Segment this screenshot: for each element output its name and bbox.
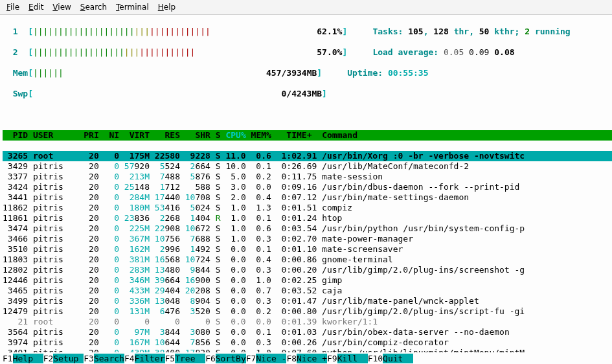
mem-meter: Mem[|||||| 457/3934MB] Uptime: 00:55:35 xyxy=(3,68,612,78)
process-row[interactable]: 3265 root 20 0 175M 22580 9228 S 11.0 0.… xyxy=(3,151,612,161)
process-row[interactable]: 11862 pitris 20 0 180M 53416 5024 S 1.0 … xyxy=(3,203,612,213)
menu-edit[interactable]: Edit xyxy=(25,1,47,13)
process-row[interactable]: 3465 pitris 20 0 433M 29404 20208 S 0.0 … xyxy=(3,286,612,296)
process-list[interactable]: 3265 root 20 0 175M 22580 9228 S 11.0 0.… xyxy=(3,151,612,364)
cpu2-meter: 2 [|||||||||||||||||||||||||||||||| 57.0… xyxy=(3,47,612,58)
process-row[interactable]: 3510 pitris 20 0 162M 2996 1492 S 0.0 0.… xyxy=(3,244,612,255)
process-row[interactable]: 11803 pitris 20 0 381M 16568 10724 S 0.0… xyxy=(3,255,612,265)
process-row[interactable]: 12479 pitris 20 0 131M 6476 3520 S 0.0 0… xyxy=(3,306,612,317)
process-row[interactable]: 3424 pitris 20 0 25148 1712 588 S 3.0 0.… xyxy=(3,182,612,192)
process-row[interactable]: 3441 pitris 20 0 284M 17440 10708 S 2.0 … xyxy=(3,192,612,203)
window-menubar[interactable]: File Edit View Search Terminal Help xyxy=(0,0,612,15)
process-row[interactable]: 3974 pitris 20 0 167M 10644 7856 S 0.0 0… xyxy=(3,337,612,348)
process-row[interactable]: 3474 pitris 20 0 225M 22908 10672 S 1.0 … xyxy=(3,223,612,234)
process-row[interactable]: 3429 pitris 20 0 57920 5524 2664 S 10.0 … xyxy=(3,161,612,172)
process-row[interactable]: 3466 pitris 20 0 367M 10756 7688 S 1.0 0… xyxy=(3,234,612,244)
menu-help[interactable]: Help xyxy=(154,1,179,13)
cpu1-meter: 1 [||||||||||||||||||||||||||||||||||| 6… xyxy=(3,27,612,37)
column-header[interactable]: PID USER PRI NI VIRT RES SHR S CPU% MEM%… xyxy=(3,130,612,141)
blank-line xyxy=(3,109,612,120)
process-row[interactable]: 12446 pitris 20 0 346M 39664 16900 S 0.0… xyxy=(3,275,612,286)
process-row[interactable]: 3377 pitris 20 0 213M 7488 5876 S 5.0 0.… xyxy=(3,172,612,182)
process-row[interactable]: 3499 pitris 20 0 336M 13048 8904 S 0.0 0… xyxy=(3,296,612,306)
process-row[interactable]: 11861 pitris 20 0 23836 2268 1404 R 1.0 … xyxy=(3,213,612,223)
terminal-output: 1 [||||||||||||||||||||||||||||||||||| 6… xyxy=(0,15,612,364)
process-row[interactable]: 3564 pitris 20 0 97M 3844 3080 S 0.0 0.1… xyxy=(3,327,612,337)
process-row[interactable]: 12802 pitris 20 0 283M 13480 9844 S 0.0 … xyxy=(3,265,612,275)
menu-search[interactable]: Search xyxy=(76,1,111,13)
menu-file[interactable]: File xyxy=(3,1,23,13)
menu-view[interactable]: View xyxy=(49,1,74,13)
process-row[interactable]: 21 root 20 0 0 0 0 S 0.0 0.0 0:01.39 kwo… xyxy=(3,317,612,327)
swp-meter: Swp[ 0/4243MB] xyxy=(3,89,612,99)
menu-terminal[interactable]: Terminal xyxy=(112,1,153,13)
function-key-bar[interactable]: F1Help F2Setup F3SearchF4FilterF5Tree F6… xyxy=(0,352,612,364)
